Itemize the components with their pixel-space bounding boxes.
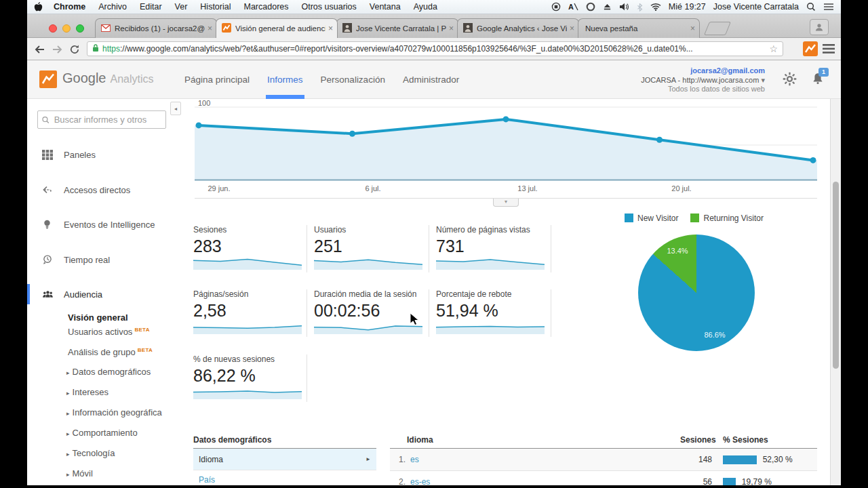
input-source-icon[interactable]: A (568, 3, 578, 11)
subnav-intereses[interactable]: ▸Intereses (27, 386, 193, 399)
subnav-vision-general[interactable]: Visión general (27, 311, 193, 325)
sidebar-item-label: Tiempo real (64, 255, 110, 265)
settings-gear-icon[interactable] (783, 72, 797, 89)
sidebar-item-audiencia[interactable]: Audiencia (27, 283, 193, 306)
forward-button[interactable] (50, 43, 64, 56)
table-header-sesiones[interactable]: Sesiones (680, 435, 716, 445)
chrome-menu-icon[interactable] (822, 43, 835, 55)
close-window-button[interactable] (49, 24, 57, 33)
browser-profile-button[interactable] (810, 19, 829, 35)
metric-sparkline (193, 256, 302, 270)
subnav-comportamiento[interactable]: ▸Comportamiento (27, 426, 193, 440)
menu-otros-usuarios[interactable]: Otros usuarios (302, 2, 357, 12)
url-text: ://www.google.com/analytics/web/?et&auth… (120, 44, 693, 54)
account-selector[interactable]: jocarsa2@gmail.com JOCARSA - http://www.… (641, 66, 765, 94)
notification-center-icon[interactable] (823, 3, 834, 11)
row-language-link[interactable]: es (410, 455, 419, 464)
tab-close-icon[interactable]: × (570, 24, 574, 33)
tab-new-tab-page[interactable]: Nueva pestaña × (578, 18, 700, 38)
analytics-extension-icon[interactable] (803, 41, 818, 56)
expander-icon: ▸ (66, 390, 70, 396)
sidebar-item-tiempo-real[interactable]: Tiempo real (27, 248, 193, 271)
bluetooth-icon[interactable] (637, 3, 643, 12)
metric-value: 283 (193, 237, 302, 256)
eject-icon[interactable] (603, 3, 612, 11)
subnav-movil[interactable]: ▸Móvil (27, 467, 193, 481)
reload-button[interactable] (68, 43, 81, 56)
nav-informes[interactable]: Informes (267, 60, 303, 99)
menu-ver[interactable]: Ver (175, 2, 188, 12)
tab-close-icon[interactable]: × (690, 24, 695, 33)
sidebar-collapse-button[interactable]: ◂ (170, 102, 181, 115)
metric-porcentaje-rebote[interactable]: Porcentaje de rebote 51,94 % (436, 289, 545, 337)
zoom-window-button[interactable] (76, 24, 84, 33)
table-header-idioma[interactable]: Idioma (407, 435, 433, 445)
subnav-tecnologia[interactable]: ▸Tecnología (27, 447, 193, 460)
menubar-username[interactable]: Jose Vicente Carratala (713, 2, 799, 12)
scrollbar-thumb[interactable] (833, 182, 839, 369)
ga-logo[interactable]: Google Analytics (39, 70, 154, 88)
creative-cloud-icon[interactable] (586, 2, 595, 12)
table-row[interactable]: 1. es 148 52,30 % (390, 449, 817, 471)
spotlight-icon[interactable] (806, 2, 816, 12)
tab-close-icon[interactable]: × (328, 24, 333, 33)
tab-close-icon[interactable]: × (449, 24, 454, 33)
nav-pagina-principal[interactable]: Página principal (184, 60, 250, 99)
metric-nuevas-sesiones[interactable]: % de nuevas sesiones 86,22 % (193, 354, 302, 402)
notifications-bell-icon[interactable]: 1 (811, 72, 825, 88)
apple-icon[interactable] (34, 2, 43, 12)
menu-ayuda[interactable]: Ayuda (414, 2, 437, 12)
visitor-type-pie-chart[interactable]: 13.4% 86.6% (638, 235, 755, 351)
tab-analytics-home[interactable]: Google Analytics ‹ Jose Vic × (457, 18, 579, 38)
menu-ventana[interactable]: Ventana (370, 2, 401, 12)
new-tab-button[interactable] (704, 22, 731, 35)
address-bar[interactable]: https ://www.google.com/analytics/web/?e… (87, 41, 783, 56)
nav-personalizacion[interactable]: Personalización (321, 60, 385, 99)
stage: { "icons": {"close":"×","star":"☆","care… (0, 0, 868, 488)
search-input[interactable] (53, 114, 161, 125)
sidebar-item-paneles[interactable]: Paneles (27, 143, 193, 166)
bookmark-star-icon[interactable]: ☆ (769, 43, 778, 54)
report-search-box[interactable] (37, 110, 166, 129)
tab-gmail[interactable]: Recibidos (1) - jocarsa2@g × (95, 18, 217, 38)
subnav-usuarios-activos[interactable]: Usuarios activosBETA (27, 323, 193, 337)
menu-archivo[interactable]: Archivo (98, 2, 127, 12)
tab-profile-page[interactable]: Jose Vicente Carratala | Pr × (336, 18, 458, 38)
menu-historial[interactable]: Historial (200, 2, 231, 12)
metric-paginas-vistas[interactable]: Número de páginas vistas 731 (436, 225, 545, 272)
metric-usuarios[interactable]: Usuarios 251 (314, 225, 422, 272)
sidebar-item-label: Audiencia (64, 289, 102, 300)
metric-sesiones[interactable]: Sesiones 283 (193, 225, 302, 272)
chart-expand-handle[interactable]: ▾ (493, 199, 519, 207)
account-view: Todos los datos de sitios web (641, 85, 765, 94)
subnav-informacion-geografica[interactable]: ▸Información geográfica (27, 406, 193, 420)
sidebar-item-accesos-directos[interactable]: Accesos directos (27, 178, 193, 201)
legend-new-visitor[interactable]: New Visitor (625, 214, 678, 223)
nav-administrador[interactable]: Administrador (403, 60, 459, 99)
subnav-analisis-grupo[interactable]: Análisis de grupoBETA (27, 344, 193, 357)
dimension-pais[interactable]: País (193, 472, 376, 485)
tab-close-icon[interactable]: × (208, 24, 212, 33)
table-header-pct-sesiones[interactable]: % Sesiones (723, 435, 768, 445)
screen-record-icon[interactable] (551, 2, 561, 12)
volume-icon[interactable] (619, 3, 629, 11)
sidebar-item-eventos-intelligence[interactable]: Eventos de Intelligence (27, 213, 193, 236)
table-row[interactable]: 2. es-es 56 19,79 % (390, 471, 817, 485)
dimension-idioma[interactable]: Idioma ► (193, 449, 376, 470)
subnav-datos-demograficos[interactable]: ▸Datos demográficos (27, 365, 193, 379)
row-language-link[interactable]: es-es (410, 477, 430, 485)
x-axis-label: 6 jul. (365, 184, 380, 192)
menu-chrome[interactable]: Chrome (54, 2, 85, 12)
metric-duracion-sesion[interactable]: Duración media de la sesión 00:02:56 (314, 289, 422, 337)
sessions-line-chart[interactable] (195, 100, 817, 182)
tab-analytics-overview[interactable]: Visión general de audienci × (216, 18, 338, 38)
back-button[interactable] (33, 43, 46, 56)
menu-marcadores[interactable]: Marcadores (244, 2, 289, 12)
wifi-icon[interactable] (650, 3, 661, 11)
legend-returning-visitor[interactable]: Returning Visitor (690, 214, 764, 223)
minimize-window-button[interactable] (62, 24, 71, 33)
metric-paginas-sesion[interactable]: Páginas/sesión 2,58 (193, 289, 302, 337)
menubar-clock[interactable]: Mié 19:27 (669, 2, 706, 12)
menu-editar[interactable]: Editar (140, 2, 162, 12)
page-scrollbar[interactable] (830, 99, 841, 485)
